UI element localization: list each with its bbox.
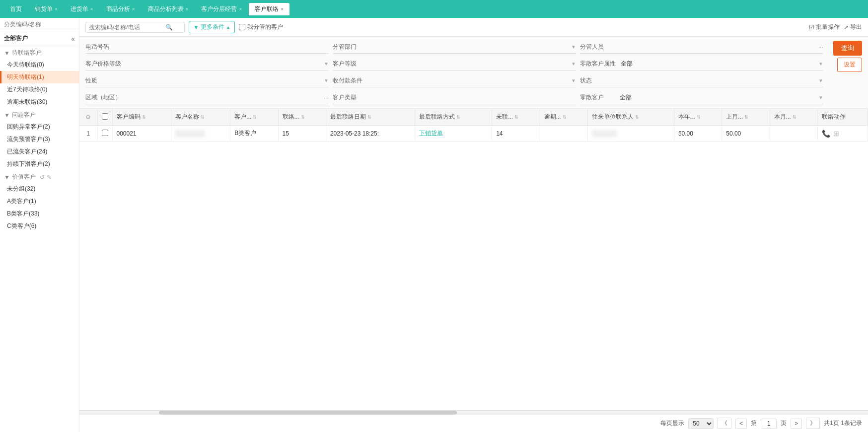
table-footer: 每页显示 50 100 200 《 < 第 页 > 》 共1页 1条记录 [79, 414, 868, 432]
th-unlinkdays: 未联... ⇅ [492, 109, 540, 126]
sort-type-icon[interactable]: ⇅ [253, 115, 257, 120]
sidebar-item-today[interactable]: 今天待联络(0) [0, 59, 79, 71]
sidebar-item-overdue[interactable]: 逾期未联络(30) [0, 96, 79, 108]
nav-product-analysis[interactable]: 商品分析 × [100, 3, 141, 15]
last-contact-method-link[interactable]: 下销货单 [419, 130, 443, 137]
sidebar-item-churned[interactable]: 已流失客户(24) [0, 145, 79, 158]
sidebar-item-class-c[interactable]: C类客户(6) [0, 220, 79, 232]
sort-date-icon[interactable]: ⇅ [367, 115, 371, 120]
settings-button[interactable]: 设置 [837, 58, 862, 72]
per-page-label: 每页显示 [660, 419, 684, 428]
horizontal-scrollbar[interactable] [79, 410, 868, 414]
th-last-contact-method: 最后联络方式 ⇅ [415, 109, 492, 126]
nav-sales-order-label: 销货单 [35, 5, 53, 13]
value-edit-icon[interactable]: ✎ [47, 174, 52, 181]
sort-code-icon[interactable]: ⇅ [142, 115, 146, 120]
sidebar-item-class-a[interactable]: A类客户(1) [0, 195, 79, 208]
sidebar-item-class-b[interactable]: B类客户(33) [0, 208, 79, 220]
phone-action-icon[interactable]: 📞 [822, 130, 830, 138]
prev-page-button[interactable]: < [735, 419, 747, 429]
page-number-input[interactable] [761, 419, 777, 429]
nav-customer-contact-label: 客户联络 [255, 5, 279, 13]
nav-customer-contact[interactable]: 客户联络 × [249, 3, 289, 15]
dept-dropdown-icon[interactable]: ▼ [571, 44, 576, 50]
filter-region: 区域（地区） ··· [85, 91, 329, 104]
customer-grade-dropdown-icon[interactable]: ▼ [571, 61, 576, 67]
region-more-icon[interactable]: ··· [324, 94, 329, 101]
sidebar-search-input[interactable] [4, 21, 78, 28]
nav-customer-segment[interactable]: 客户分层经营 × [195, 3, 248, 15]
sidebar-item-tomorrow[interactable]: 明天待联络(1) [0, 71, 79, 83]
per-page-select[interactable]: 50 100 200 [688, 418, 714, 429]
retail-customer-dropdown-icon[interactable]: ▼ [818, 95, 823, 100]
sidebar-item-churn-warning[interactable]: 流失预警客户(3) [0, 133, 79, 145]
td-overdue [540, 126, 587, 142]
select-all-checkbox[interactable] [102, 113, 108, 120]
nav-product-analysis-list-close[interactable]: × [186, 6, 189, 12]
row-checkbox[interactable] [102, 130, 108, 136]
manager-more-icon[interactable]: ··· [818, 44, 823, 51]
filter-customer-type-input[interactable] [370, 94, 576, 101]
nav-purchase-order-close[interactable]: × [90, 6, 93, 12]
nav-sales-order-close[interactable]: × [55, 6, 58, 12]
section-pending-title: 待联络客户 [12, 49, 42, 57]
first-page-button[interactable]: 《 [718, 418, 731, 429]
main-search-icon[interactable]: 🔍 [165, 24, 173, 31]
td-customer-name [171, 126, 230, 142]
nav-purchase-order[interactable]: 进货单 × [65, 3, 99, 15]
th-customer-name: 客户名称 ⇅ [171, 109, 230, 126]
nav-home[interactable]: 首页 [4, 3, 28, 15]
sidebar-collapse-icon[interactable]: « [71, 35, 75, 43]
sort-month-icon[interactable]: ⇅ [793, 115, 796, 120]
filter-payment: 收付款条件 ▼ [333, 74, 576, 87]
sort-year-icon[interactable]: ⇅ [697, 115, 701, 120]
nature-dropdown-icon[interactable]: ▼ [324, 78, 329, 83]
payment-dropdown-icon[interactable]: ▼ [571, 78, 576, 83]
td-actions: 📞 ⊞ [817, 126, 868, 142]
value-refresh-icon[interactable]: ↺ [40, 174, 45, 181]
grid-action-icon[interactable]: ⊞ [833, 130, 839, 138]
last-page-button[interactable]: 》 [806, 418, 820, 429]
advanced-filter: 电话号码 分管部门 ▼ 分管人员 ··· [79, 37, 868, 109]
sidebar-item-repurchase[interactable]: 回购异常客户(2) [0, 121, 79, 133]
my-customers-checkbox[interactable] [239, 24, 245, 30]
filter-payment-label: 收付款条件 [333, 76, 367, 85]
query-button[interactable]: 查询 [833, 41, 862, 56]
sort-unlink-icon[interactable]: ⇅ [514, 115, 518, 120]
th-this-year: 本年... ⇅ [674, 109, 722, 126]
sort-person-icon[interactable]: ⇅ [635, 115, 639, 120]
gear-icon[interactable]: ⚙ [85, 114, 91, 121]
nav-product-analysis-close[interactable]: × [132, 6, 135, 12]
nav-customer-contact-close[interactable]: × [281, 6, 284, 12]
sort-method-icon[interactable]: ⇅ [456, 115, 460, 120]
th-customer-code: 客户编码 ⇅ [112, 109, 171, 126]
main-search-input[interactable] [89, 24, 163, 31]
sidebar-item-declining[interactable]: 持续下滑客户(2) [0, 158, 79, 170]
th-gear: ⚙ [79, 109, 97, 126]
batch-operate-button[interactable]: ☑ 批量操作 [809, 23, 840, 31]
sort-overdue-icon[interactable]: ⇅ [563, 115, 567, 120]
sidebar-section-value: ▼ 价值客户 ↺ ✎ [0, 170, 79, 183]
sort-lmonth-icon[interactable]: ⇅ [744, 115, 748, 120]
contact-person-blurred [592, 130, 617, 137]
scrollbar-thumb[interactable] [159, 411, 457, 415]
sidebar-item-7days[interactable]: 近7天待联络(0) [0, 83, 79, 96]
nav-product-analysis-list[interactable]: 商品分析列表 × [142, 3, 195, 15]
filter-phone-input[interactable] [123, 44, 329, 51]
sidebar-item-ungrouped[interactable]: 未分组(32) [0, 183, 79, 195]
td-contact-count: 15 [278, 126, 326, 142]
filter-phone: 电话号码 [85, 41, 329, 54]
more-filter-button[interactable]: ▼ 更多条件 ▲ [189, 21, 235, 33]
sort-contact-icon[interactable]: ⇅ [301, 115, 305, 120]
retail-attr-dropdown-icon[interactable]: ▼ [818, 61, 823, 67]
export-button[interactable]: ↗ 导出 [844, 23, 862, 31]
nav-sales-order[interactable]: 销货单 × [29, 3, 64, 15]
search-wrap: 🔍 [85, 22, 185, 33]
td-checkbox [97, 126, 112, 142]
next-page-button[interactable]: > [791, 419, 802, 429]
sidebar-all-customers[interactable]: 全部客户 « [0, 31, 79, 46]
nav-customer-segment-close[interactable]: × [239, 6, 242, 12]
status-dropdown-icon[interactable]: ▼ [818, 78, 823, 83]
price-grade-dropdown-icon[interactable]: ▼ [324, 61, 329, 67]
sort-name-icon[interactable]: ⇅ [201, 115, 205, 120]
